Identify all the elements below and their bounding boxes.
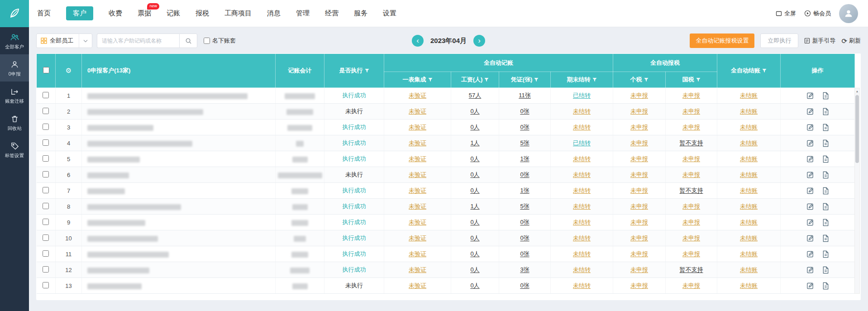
row-checkbox[interactable] (43, 171, 49, 177)
bookkeeping-action-icon[interactable] (806, 219, 814, 226)
filter-icon[interactable] (484, 77, 489, 83)
personal-tax-status-link[interactable]: 未申报 (630, 171, 648, 178)
own-accounts-checkbox[interactable]: 名下账套 (204, 37, 236, 45)
personal-tax-status-link[interactable]: 未申报 (630, 139, 648, 146)
nav-item-billing[interactable]: 收费 (109, 9, 122, 18)
nav-item-bookkeeping[interactable]: 记账 (167, 9, 180, 18)
closing-status-link[interactable]: 未结账 (740, 266, 758, 273)
report-action-icon[interactable] (822, 250, 829, 258)
carryover-status-link[interactable]: 未结转 (573, 124, 591, 130)
national-tax-status-link[interactable]: 未申报 (682, 282, 700, 289)
closing-status-link[interactable]: 未结账 (740, 282, 758, 289)
integration-status-link[interactable]: 未验证 (409, 124, 426, 130)
carryover-status-link[interactable]: 已结转 (573, 92, 591, 99)
voucher-count-link[interactable]: 0张 (520, 250, 529, 257)
salary-count-link[interactable]: 57人 (469, 92, 481, 99)
closing-status-link[interactable]: 未结账 (740, 250, 758, 257)
filter-icon[interactable] (696, 77, 701, 83)
personal-tax-status-link[interactable]: 未申报 (630, 124, 648, 130)
salary-count-link[interactable]: 0人 (470, 171, 479, 178)
integration-status-link[interactable]: 未验证 (409, 282, 426, 289)
row-checkbox[interactable] (43, 108, 49, 114)
row-checkbox[interactable] (43, 219, 49, 225)
integration-status-link[interactable]: 未验证 (409, 92, 426, 99)
filter-icon[interactable] (534, 77, 539, 83)
voucher-count-link[interactable]: 11张 (519, 92, 531, 99)
prev-month-button[interactable]: ‹ (412, 35, 424, 47)
voucher-count-link[interactable]: 1张 (520, 155, 529, 162)
closing-status-link[interactable]: 未结账 (740, 92, 758, 99)
integration-status-link[interactable]: 未验证 (409, 266, 426, 273)
national-tax-status-link[interactable]: 未申报 (682, 124, 700, 130)
salary-count-link[interactable]: 0人 (470, 187, 479, 194)
national-tax-status-link[interactable]: 暂不支持 (680, 266, 703, 273)
nav-item-invoices[interactable]: 票据new (138, 9, 151, 18)
bookkeeping-action-icon[interactable] (806, 266, 814, 274)
row-checkbox[interactable] (43, 282, 49, 288)
sidebar-item-all-clients[interactable]: 全部客户 (0, 27, 29, 54)
carryover-status-link[interactable]: 未结转 (573, 250, 591, 257)
execute-now-button[interactable]: 立即执行 (760, 33, 798, 48)
integration-status-link[interactable]: 未验证 (409, 139, 426, 146)
national-tax-status-link[interactable]: 未申报 (682, 171, 700, 178)
sidebar-item-tag-settings[interactable]: 标签设置 (0, 136, 29, 163)
closing-status-link[interactable]: 未结账 (740, 171, 758, 178)
voucher-count-link[interactable]: 5张 (520, 139, 529, 146)
personal-tax-status-link[interactable]: 未申报 (630, 282, 648, 289)
carryover-status-link[interactable]: 已结转 (573, 139, 591, 146)
national-tax-status-link[interactable]: 暂不支持 (680, 187, 703, 194)
auto-settings-button[interactable]: 全自动记账报税设置 (690, 33, 754, 48)
row-checkbox[interactable] (43, 266, 49, 273)
nav-item-tax-filing[interactable]: 报税 (196, 9, 209, 18)
nav-item-messages[interactable]: 消息 (267, 9, 281, 18)
bookkeeping-action-icon[interactable] (806, 124, 814, 131)
integration-status-link[interactable]: 未验证 (409, 155, 426, 162)
personal-tax-status-link[interactable]: 未申报 (630, 266, 648, 273)
closing-status-link[interactable]: 未结账 (740, 124, 758, 130)
nav-item-home[interactable]: 首页 (37, 9, 51, 18)
personal-tax-status-link[interactable]: 未申报 (630, 219, 648, 225)
filter-icon[interactable] (365, 67, 369, 74)
voucher-count-link[interactable]: 0张 (520, 219, 529, 225)
bookkeeping-action-icon[interactable] (806, 187, 814, 195)
personal-tax-status-link[interactable]: 未申报 (630, 203, 648, 210)
national-tax-status-link[interactable]: 暂不支持 (680, 139, 703, 146)
employee-filter-select[interactable]: 全部员工 (36, 33, 92, 48)
carryover-status-link[interactable]: 未结转 (573, 187, 591, 194)
report-action-icon[interactable] (822, 171, 829, 179)
bookkeeping-action-icon[interactable] (806, 155, 814, 163)
report-action-icon[interactable] (822, 108, 829, 115)
voucher-count-link[interactable]: 0张 (520, 171, 529, 178)
scroll-up-arrow[interactable]: ▲ (855, 88, 859, 94)
bookkeeping-action-icon[interactable] (806, 250, 814, 258)
personal-tax-status-link[interactable]: 未申报 (630, 92, 648, 99)
nav-item-operations[interactable]: 经营 (325, 9, 339, 18)
closing-status-link[interactable]: 未结账 (740, 187, 758, 194)
row-checkbox[interactable] (43, 155, 49, 162)
national-tax-status-link[interactable]: 未申报 (682, 203, 700, 210)
closing-status-link[interactable]: 未结账 (740, 203, 758, 210)
personal-tax-status-link[interactable]: 未申报 (630, 187, 648, 194)
closing-status-link[interactable]: 未结账 (740, 139, 758, 146)
personal-tax-status-link[interactable]: 未申报 (630, 108, 648, 115)
voucher-count-link[interactable]: 1张 (520, 187, 529, 194)
member-button[interactable]: 畅会员 (804, 10, 831, 18)
sidebar-item-account-migrate[interactable]: 账套迁移 (0, 81, 29, 109)
carryover-status-link[interactable]: 未结转 (573, 203, 591, 210)
nav-item-services[interactable]: 服务 (354, 9, 367, 18)
national-tax-status-link[interactable]: 未申报 (682, 234, 700, 241)
closing-status-link[interactable]: 未结账 (740, 234, 758, 241)
search-button[interactable] (179, 33, 197, 48)
filter-icon[interactable] (592, 77, 597, 83)
integration-status-link[interactable]: 未验证 (409, 108, 426, 115)
table-scrollbar[interactable]: ▲ (854, 88, 860, 294)
report-action-icon[interactable] (822, 203, 829, 211)
salary-count-link[interactable]: 0人 (470, 124, 479, 130)
personal-tax-status-link[interactable]: 未申报 (630, 234, 648, 241)
carryover-status-link[interactable]: 未结转 (573, 234, 591, 241)
carryover-status-link[interactable]: 未结转 (573, 171, 591, 178)
filter-icon[interactable] (762, 67, 767, 74)
select-all-checkbox[interactable] (43, 67, 49, 73)
national-tax-status-link[interactable]: 未申报 (682, 250, 700, 257)
row-checkbox[interactable] (43, 250, 49, 257)
